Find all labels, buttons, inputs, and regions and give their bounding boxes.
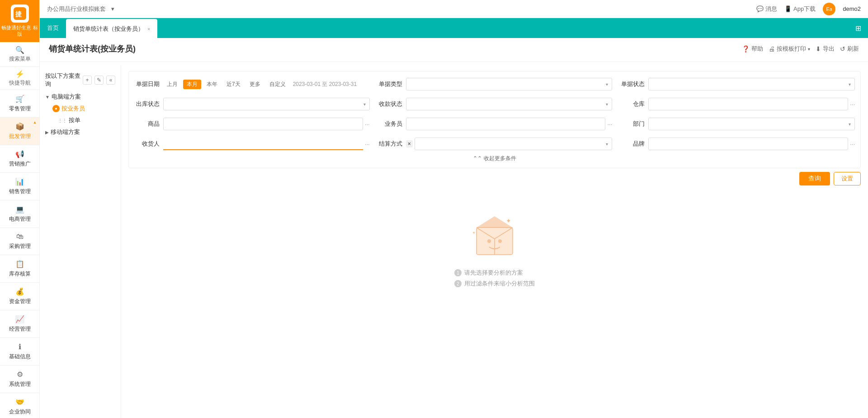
brand-dots[interactable]: ··· [850, 141, 855, 147]
date-this-year[interactable]: 本年 [203, 80, 221, 89]
date-this-month[interactable]: 本月 [183, 80, 201, 89]
goods-dots[interactable]: ··· [365, 121, 370, 128]
empty-tip-1: 1 请先选择要分析的方案 [454, 269, 535, 277]
operations-label: 经营管理 [9, 325, 31, 333]
warehouse-input[interactable] [648, 98, 848, 110]
sidebar-item-purchase[interactable]: 🛍 采购管理 [0, 228, 39, 255]
export-label: 导出 [823, 45, 835, 53]
avatar-initials: Ea [826, 6, 832, 12]
user-avatar[interactable]: Ea [823, 3, 835, 15]
add-icon: + [85, 77, 89, 83]
sidebar-search-item[interactable]: 🔍 搜索菜单 [0, 42, 39, 67]
filter-grid: 单据日期 上月 本月 本年 近7天 更多 自定义 2023-03-01 至 20… [134, 77, 855, 151]
inventory-label: 库存核算 [9, 270, 31, 278]
sidebar-item-retail[interactable]: 🛒 零售管理 [0, 90, 39, 118]
payment-arrow: ▾ [606, 142, 608, 147]
sidebar-item-collab[interactable]: 🤝 企业协同 [0, 393, 39, 418]
doc-status-select[interactable]: ▾ [648, 78, 855, 90]
tip-num-2: 2 [454, 280, 462, 287]
date-last-month[interactable]: 上月 [163, 80, 181, 89]
sidebar-item-system[interactable]: ⚙ 系统管理 [0, 366, 39, 393]
brand-input[interactable] [648, 138, 848, 150]
topbar: 办公用品行业模拟账套 ▾ 💬 消息 📱 App下载 Ea demo2 [40, 0, 868, 18]
sidebar-item-wholesale[interactable]: 📦 批发管理 ▲ [0, 118, 39, 145]
content-area: 销货单统计表(按业务员) ❓ 帮助 🖨 按模板打印 ▾ ⬇ 导出 ↺ 刷新 [40, 38, 868, 418]
panel-collapse-button[interactable]: « [106, 76, 115, 85]
message-button[interactable]: 💬 消息 [756, 5, 777, 13]
sidebar-item-marketing[interactable]: 📢 营销推广 [0, 145, 39, 173]
panel-add-button[interactable]: + [83, 76, 92, 85]
purchase-label: 采购管理 [9, 242, 31, 250]
tab-sales-stats[interactable]: 销货单统计表（按业务员） × [66, 19, 157, 39]
industry-dropdown-icon[interactable]: ▾ [111, 5, 114, 12]
user-name[interactable]: demo2 [843, 5, 861, 12]
page-header: 销货单统计表(按业务员) ❓ 帮助 🖨 按模板打印 ▾ ⬇ 导出 ↺ 刷新 [40, 38, 868, 58]
sidebar-item-basic[interactable]: ℹ 基础信息 [0, 338, 39, 366]
settings-button[interactable]: 设置 [834, 172, 861, 185]
message-icon: 💬 [756, 5, 764, 12]
sidebar-item-operations[interactable]: 📈 经营管理 [0, 310, 39, 338]
help-button[interactable]: ❓ 帮助 [742, 45, 763, 53]
page-title: 销货单统计表(按业务员) [49, 43, 136, 54]
app-download-label: App下载 [793, 5, 816, 13]
export-button[interactable]: ⬇ 导出 [816, 45, 835, 53]
empty-tip-2: 2 用过滤条件来缩小分析范围 [454, 280, 535, 288]
date-last-7-days[interactable]: 近7天 [223, 80, 244, 89]
payment-tag-close[interactable]: × [408, 141, 411, 147]
consignee-dots[interactable]: ··· [365, 141, 370, 147]
tab-home[interactable]: 首页 [40, 18, 66, 38]
recv-status-label: 收款状态 [377, 100, 402, 108]
consignee-input[interactable] [163, 138, 363, 150]
sidebar-quicknav-item[interactable]: ⚡ 快捷导航 [0, 67, 39, 90]
wholesale-arrow: ▲ [33, 120, 37, 124]
panel-edit-button[interactable]: ✎ [94, 76, 104, 85]
date-custom[interactable]: 自定义 [266, 80, 289, 89]
by-salesman-label: 按业务员 [61, 104, 85, 113]
payment-tag: × [406, 140, 413, 147]
svg-text:✦: ✦ [472, 230, 476, 235]
sidebar-logo[interactable]: 捷 畅捷通好生意 标版 [0, 0, 39, 42]
date-more[interactable]: 更多 [246, 80, 264, 89]
sidebar-item-ecommerce[interactable]: 💻 电商管理 [0, 200, 39, 228]
salesman-input[interactable] [406, 118, 606, 130]
sidebar-item-inventory[interactable]: 📋 库存核算 [0, 255, 39, 283]
goods-input[interactable] [163, 118, 363, 130]
system-label: 系统管理 [9, 380, 31, 388]
filter-dept: 部门 ▾ [619, 117, 855, 131]
logo-text: 畅捷通好生意 标版 [0, 24, 39, 38]
tabbar-expand-button[interactable]: ⊞ [848, 18, 868, 38]
refresh-button[interactable]: ↺ 刷新 [840, 45, 859, 53]
dept-select[interactable]: ▾ [648, 118, 855, 130]
recv-status-select[interactable]: ▾ [406, 98, 613, 110]
filter-payment: 结算方式 × ▾ [377, 137, 613, 151]
filter-wrapper: 单据日期 上月 本月 本年 近7天 更多 自定义 2023-03-01 至 20… [128, 71, 861, 168]
sidebar-item-finance[interactable]: 💰 资金管理 [0, 283, 39, 310]
tree-item-by-order[interactable]: ⋮⋮ 按单 [40, 114, 121, 126]
doc-type-label: 单据类型 [377, 80, 402, 88]
collapse-bar[interactable]: ⌃⌃ 收起更多条件 [134, 151, 855, 166]
ecommerce-icon: 💻 [15, 205, 24, 214]
out-status-select[interactable]: ▾ [163, 98, 370, 110]
doc-type-arrow: ▾ [606, 82, 608, 87]
app-download-button[interactable]: 📱 App下载 [784, 5, 816, 13]
print-dropdown-icon[interactable]: ▾ [808, 47, 810, 52]
filter-doc-status: 单据状态 ▾ [619, 77, 855, 91]
doc-status-arrow: ▾ [849, 82, 851, 87]
salesman-label: 业务员 [377, 120, 402, 128]
tree-item-by-salesman[interactable]: ● 按业务员 [40, 103, 121, 114]
query-button[interactable]: 查询 [799, 172, 830, 185]
industry-title[interactable]: 办公用品行业模拟账套 [47, 5, 106, 13]
payment-label: 结算方式 [377, 140, 402, 148]
inventory-icon: 📋 [15, 260, 24, 268]
print-label: 按模板打印 [777, 45, 806, 53]
print-button[interactable]: 🖨 按模板打印 ▾ [769, 45, 810, 53]
goods-control: ··· [163, 118, 370, 130]
sidebar-item-sales[interactable]: 📊 销售管理 [0, 173, 39, 200]
doc-type-select[interactable]: ▾ [406, 78, 613, 90]
payment-select[interactable]: ▾ [415, 138, 613, 150]
tree-item-mobile[interactable]: ▶ 移动端方案 [40, 126, 121, 138]
tree-item-desktop[interactable]: ▼ 电脑端方案 [40, 91, 121, 103]
salesman-dots[interactable]: ··· [607, 121, 612, 128]
tab-close-icon[interactable]: × [147, 26, 150, 32]
warehouse-dots[interactable]: ··· [850, 101, 855, 108]
